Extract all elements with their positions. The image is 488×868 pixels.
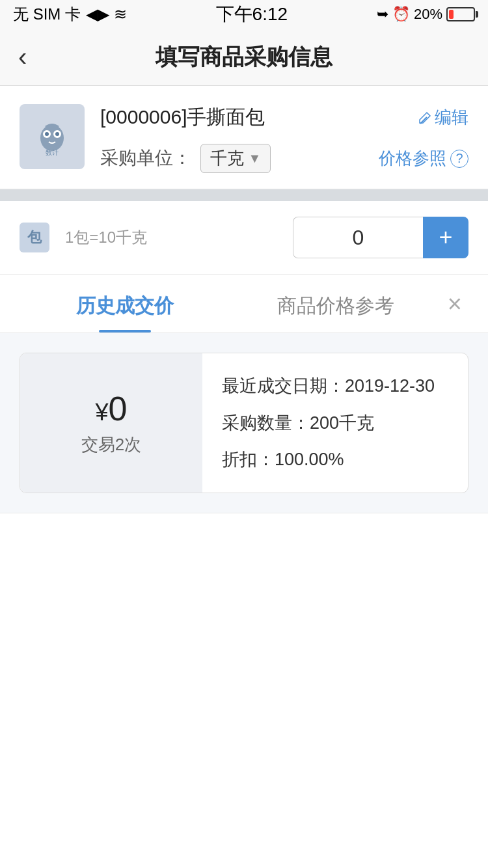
page-title: 填写商品采购信息 <box>156 42 332 72</box>
tab-panel: 历史成交价 商品价格参考 × ¥0 交易2次 最近成交日期：2019-12-30… <box>0 275 488 513</box>
quantity-right: 0 + <box>293 217 468 258</box>
product-thumbnail: 数计 <box>20 104 85 169</box>
help-icon: ? <box>450 150 468 168</box>
product-header: [0000006]手撕面包 编辑 <box>100 104 468 131</box>
price-value: 0 <box>109 390 128 427</box>
price-card-left: ¥0 交易2次 <box>20 353 202 493</box>
recent-date-row: 最近成交日期：2019-12-30 <box>222 373 448 400</box>
price-card: ¥0 交易2次 最近成交日期：2019-12-30 采购数量：200千克 折扣：… <box>20 353 468 493</box>
quantity-row: 包 1包=10千克 0 + <box>0 201 488 275</box>
quantity-detail-label: 采购数量： <box>222 413 310 433</box>
trade-count: 交易2次 <box>81 433 141 456</box>
discount-label: 折扣： <box>222 450 275 469</box>
edit-icon <box>418 111 432 125</box>
status-left: 无 SIM 卡 ◀▶ ≋ <box>13 4 127 25</box>
back-button[interactable]: ‹ <box>18 42 27 72</box>
divider-band <box>0 189 488 201</box>
tab-product-price[interactable]: 商品价格参考 <box>230 275 441 332</box>
dropdown-arrow-icon: ▼ <box>248 151 261 166</box>
product-info: [0000006]手撕面包 编辑 采购单位： 千克 ▼ 价格参照 ? <box>100 104 468 173</box>
price-ref-label: 价格参照 <box>379 147 446 170</box>
unit-section: 采购单位： 千克 ▼ <box>100 144 271 173</box>
discount-value: 100.00% <box>275 450 344 469</box>
nav-bar: ‹ 填写商品采购信息 <box>0 29 488 86</box>
price-card-area: ¥0 交易2次 最近成交日期：2019-12-30 采购数量：200千克 折扣：… <box>0 333 488 513</box>
tab-close-button[interactable]: × <box>441 285 468 323</box>
svg-point-0 <box>40 125 64 151</box>
product-logo-icon: 数计 <box>33 117 72 156</box>
battery-icon <box>446 7 475 21</box>
price-amount-display: ¥0 <box>96 389 128 428</box>
unit-label: 采购单位： <box>100 148 191 168</box>
currency-symbol: ¥ <box>96 399 109 426</box>
edit-button[interactable]: 编辑 <box>418 106 468 129</box>
svg-point-4 <box>55 132 59 136</box>
status-time: 下午6:12 <box>216 2 288 27</box>
quantity-value: 0 <box>353 226 364 250</box>
svg-point-3 <box>45 132 49 136</box>
quantity-note: 1包=10千克 <box>65 227 147 248</box>
quantity-input[interactable]: 0 <box>293 217 423 258</box>
price-reference-button[interactable]: 价格参照 ? <box>379 147 468 170</box>
product-unit-row: 采购单位： 千克 ▼ 价格参照 ? <box>100 144 468 173</box>
quantity-plus-button[interactable]: + <box>423 217 468 258</box>
status-right: ➥ ⏰ 20% <box>377 6 475 23</box>
alarm-icon: ⏰ <box>392 6 410 23</box>
recent-date-label: 最近成交日期： <box>222 376 345 396</box>
tab-bar: 历史成交价 商品价格参考 × <box>0 275 488 333</box>
signal-text: 无 SIM 卡 <box>13 4 81 25</box>
package-icon: 包 <box>20 223 49 252</box>
tab-history-price[interactable]: 历史成交价 <box>20 275 230 332</box>
quantity-detail-value: 200千克 <box>310 413 374 433</box>
discount-row: 折扣：100.00% <box>222 446 448 473</box>
unit-select-dropdown[interactable]: 千克 ▼ <box>200 144 271 173</box>
product-card: 数计 [0000006]手撕面包 编辑 采购单位： 千克 ▼ <box>0 86 488 189</box>
wifi-icon: ◀▶ ≋ <box>86 5 127 23</box>
recent-date-value: 2019-12-30 <box>345 376 435 396</box>
white-fill-area <box>0 513 488 869</box>
unit-value: 千克 <box>210 147 244 170</box>
svg-text:数计: 数计 <box>46 149 59 156</box>
quantity-row-detail: 采购数量：200千克 <box>222 410 448 437</box>
product-name: [0000006]手撕面包 <box>100 104 265 131</box>
status-bar: 无 SIM 卡 ◀▶ ≋ 下午6:12 ➥ ⏰ 20% <box>0 0 488 29</box>
location-icon: ➥ <box>377 6 388 23</box>
battery-percent: 20% <box>414 6 442 23</box>
quantity-left: 包 1包=10千克 <box>20 223 147 252</box>
price-card-right: 最近成交日期：2019-12-30 采购数量：200千克 折扣：100.00% <box>202 353 468 493</box>
